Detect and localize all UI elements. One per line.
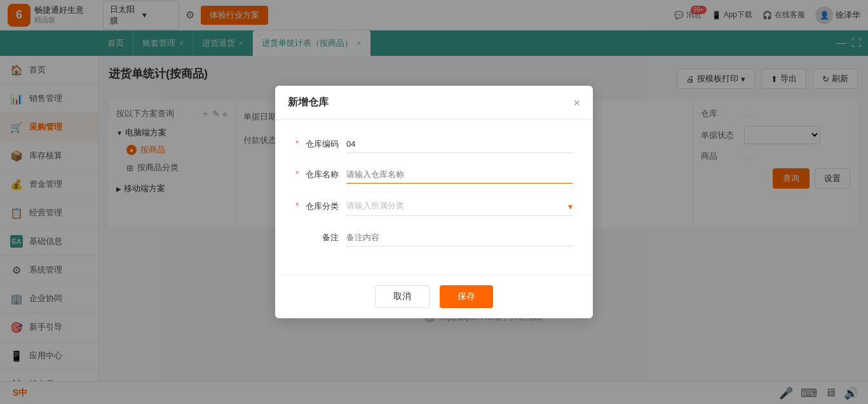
code-label: 仓库编码	[295, 138, 346, 150]
note-label: 备注	[295, 232, 346, 243]
category-select-display[interactable]: 请输入所属分类 ▾	[346, 196, 573, 216]
note-input[interactable]	[346, 229, 573, 246]
category-placeholder: 请输入所属分类	[346, 200, 404, 212]
dialog-footer: 取消 保存	[275, 274, 593, 318]
name-label: 仓库名称	[295, 169, 346, 180]
code-input[interactable]	[346, 135, 573, 153]
category-control: 请输入所属分类 ▾	[346, 196, 573, 216]
save-button[interactable]: 保存	[440, 285, 493, 308]
modal-overlay: 新增仓库 × 仓库编码 仓库名称 仓库分类	[0, 0, 868, 404]
note-control	[346, 229, 573, 246]
add-warehouse-dialog: 新增仓库 × 仓库编码 仓库名称 仓库分类	[275, 86, 593, 318]
form-row-code: 仓库编码	[295, 135, 573, 153]
dialog-header: 新增仓库 ×	[275, 86, 593, 120]
form-row-note: 备注	[295, 229, 573, 246]
category-arrow-icon: ▾	[568, 201, 573, 212]
form-row-name: 仓库名称	[295, 166, 573, 184]
code-control	[346, 135, 573, 153]
cancel-button[interactable]: 取消	[375, 285, 430, 308]
dialog-title: 新增仓库	[288, 96, 329, 109]
dialog-body: 仓库编码 仓库名称 仓库分类 请输入所属分类 ▾	[275, 120, 593, 274]
name-control	[346, 166, 573, 184]
form-row-category: 仓库分类 请输入所属分类 ▾	[295, 196, 573, 216]
dialog-close-button[interactable]: ×	[573, 97, 580, 109]
category-label: 仓库分类	[295, 201, 346, 212]
name-input[interactable]	[346, 166, 573, 184]
